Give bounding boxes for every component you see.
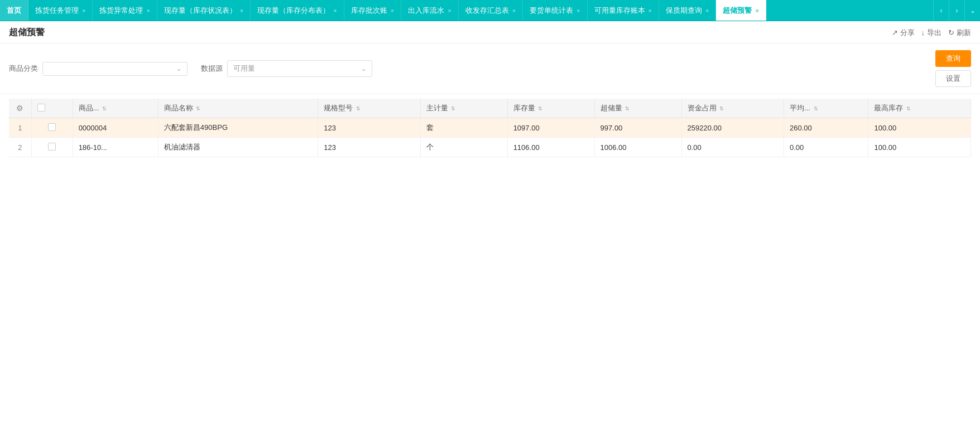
close-icon[interactable]: × (391, 7, 394, 14)
page-title: 超储预警 (9, 27, 45, 38)
page-header: 超储预警 ↗ 分享 ↓ 导出 ↻ 刷新 (0, 21, 980, 43)
sort-icon: ⇅ (719, 106, 724, 112)
settings-icon-header[interactable]: ⚙ (9, 99, 31, 118)
share-button[interactable]: ↗ 分享 (892, 28, 915, 38)
nav-item-1[interactable]: 拣货任务管理 × (28, 0, 93, 21)
nav-item-3[interactable]: 现存量（库存状况表） × (157, 0, 251, 21)
cell-product-name: 六配套新昌490BPG (158, 118, 318, 138)
cell-avg: 260.00 (784, 118, 868, 138)
sort-icon: ⇅ (196, 106, 200, 112)
col-overflow[interactable]: 超储量 ⇅ (594, 99, 681, 118)
col-product-code[interactable]: 商品... ⇅ (73, 99, 158, 118)
sort-icon: ⇅ (451, 106, 455, 112)
sort-icon: ⇅ (356, 106, 361, 112)
sort-icon: ⇅ (538, 106, 542, 112)
nav-item-9[interactable]: 可用量库存账本 × (588, 0, 659, 21)
close-icon[interactable]: × (146, 7, 150, 14)
close-icon[interactable]: × (577, 7, 580, 14)
checkbox-header[interactable] (31, 99, 73, 118)
col-stock[interactable]: 库存量 ⇅ (507, 99, 594, 118)
chevron-down-icon: ⌄ (361, 65, 366, 72)
nav-item-10[interactable]: 保质期查询 × (659, 0, 716, 21)
table-container: ⚙ 商品... ⇅ 商品名称 ⇅ 规格型号 ⇅ 主计量 ⇅ (0, 99, 980, 157)
cell-product-name: 机油滤清器 (158, 138, 318, 157)
cell-spec: 123 (318, 138, 421, 157)
sort-icon: ⇅ (625, 106, 630, 112)
refresh-icon: ↻ (948, 28, 954, 37)
table-body: 1 0000004 六配套新昌490BPG 123 套 1097.00 997.… (9, 118, 971, 157)
cell-overflow: 997.00 (594, 118, 681, 138)
cell-overflow: 1006.00 (594, 138, 681, 157)
nav-item-5[interactable]: 库存批次账 × (344, 0, 401, 21)
header-actions: ↗ 分享 ↓ 导出 ↻ 刷新 (892, 28, 972, 38)
datasource-filter-group: 数据源 可用量 ⌄ (201, 60, 372, 77)
export-icon: ↓ (921, 28, 925, 37)
col-capital[interactable]: 资金占用 ⇅ (681, 99, 784, 118)
cell-unit: 套 (420, 118, 507, 138)
share-icon: ↗ (892, 28, 898, 37)
col-product-name[interactable]: 商品名称 ⇅ (158, 99, 318, 118)
datasource-select-value: 可用量 (233, 64, 255, 74)
row-checkbox-cell[interactable] (31, 118, 73, 138)
row-checkbox[interactable] (48, 143, 56, 151)
nav-item-home[interactable]: 首页 (0, 0, 28, 21)
col-spec[interactable]: 规格型号 ⇅ (318, 99, 421, 118)
table-row: 1 0000004 六配套新昌490BPG 123 套 1097.00 997.… (9, 118, 971, 138)
nav-prev-button[interactable]: ‹ (933, 0, 949, 21)
row-number: 2 (9, 138, 31, 157)
close-icon[interactable]: × (648, 7, 652, 14)
cell-avg: 0.00 (784, 138, 868, 157)
nav-item-active[interactable]: 超储预警 × (716, 0, 766, 21)
close-icon[interactable]: × (755, 7, 758, 14)
cell-stock: 1097.00 (507, 118, 594, 138)
nav-item-8[interactable]: 要货单统计表 × (523, 0, 587, 21)
filter-buttons: 查询 设置 (935, 50, 971, 87)
col-max-stock[interactable]: 最高库存 ⇅ (868, 99, 971, 118)
cell-max-stock: 100.00 (868, 138, 971, 157)
cell-max-stock: 100.00 (868, 118, 971, 138)
nav-next-button[interactable]: › (949, 0, 964, 21)
cell-product-code: 186-10... (73, 138, 158, 157)
datasource-select[interactable]: 可用量 ⌄ (227, 60, 372, 77)
nav-item-2[interactable]: 拣货异常处理 × (93, 0, 157, 21)
category-select[interactable]: ⌄ (42, 62, 188, 76)
nav-menu-button[interactable]: ⌄ (964, 0, 980, 21)
close-icon[interactable]: × (512, 7, 516, 14)
data-table: ⚙ 商品... ⇅ 商品名称 ⇅ 规格型号 ⇅ 主计量 ⇅ (9, 99, 971, 157)
cell-spec: 123 (318, 118, 421, 138)
nav-item-7[interactable]: 收发存汇总表 × (459, 0, 523, 21)
datasource-label: 数据源 (201, 64, 223, 74)
close-icon[interactable]: × (333, 7, 337, 14)
filter-area: 商品分类 ⌄ 数据源 可用量 ⌄ 查询 设置 (0, 43, 980, 94)
col-avg[interactable]: 平均... ⇅ (784, 99, 868, 118)
category-filter-group: 商品分类 ⌄ (9, 62, 188, 76)
nav-item-4[interactable]: 现存量（库存分布表） × (251, 0, 344, 21)
table-header-row: ⚙ 商品... ⇅ 商品名称 ⇅ 规格型号 ⇅ 主计量 ⇅ (9, 99, 971, 118)
query-button[interactable]: 查询 (935, 50, 971, 67)
sort-icon: ⇅ (814, 106, 818, 112)
cell-product-code: 0000004 (73, 118, 158, 138)
col-unit[interactable]: 主计量 ⇅ (420, 99, 507, 118)
export-button[interactable]: ↓ 导出 (921, 28, 942, 38)
nav-bar: 首页 拣货任务管理 × 拣货异常处理 × 现存量（库存状况表） × 现存量（库存… (0, 0, 980, 21)
close-icon[interactable]: × (705, 7, 709, 14)
table-row: 2 186-10... 机油滤清器 123 个 1106.00 1006.00 … (9, 138, 971, 157)
sort-icon: ⇅ (906, 106, 911, 112)
row-checkbox-cell[interactable] (31, 138, 73, 157)
set-button[interactable]: 设置 (935, 70, 971, 87)
close-icon[interactable]: × (448, 7, 451, 14)
refresh-button[interactable]: ↻ 刷新 (948, 28, 971, 38)
cell-capital: 0.00 (681, 138, 784, 157)
cell-capital: 259220.00 (681, 118, 784, 138)
close-icon[interactable]: × (240, 7, 243, 14)
nav-arrows: ‹ › ⌄ (933, 0, 980, 21)
row-checkbox[interactable] (48, 123, 56, 131)
sort-icon: ⇅ (102, 106, 107, 112)
select-all-checkbox[interactable] (37, 104, 45, 112)
cell-stock: 1106.00 (507, 138, 594, 157)
chevron-down-icon: ⌄ (176, 65, 181, 72)
category-label: 商品分类 (9, 64, 38, 74)
nav-item-6[interactable]: 出入库流水 × (401, 0, 458, 21)
row-number: 1 (9, 118, 31, 138)
close-icon[interactable]: × (82, 7, 85, 14)
